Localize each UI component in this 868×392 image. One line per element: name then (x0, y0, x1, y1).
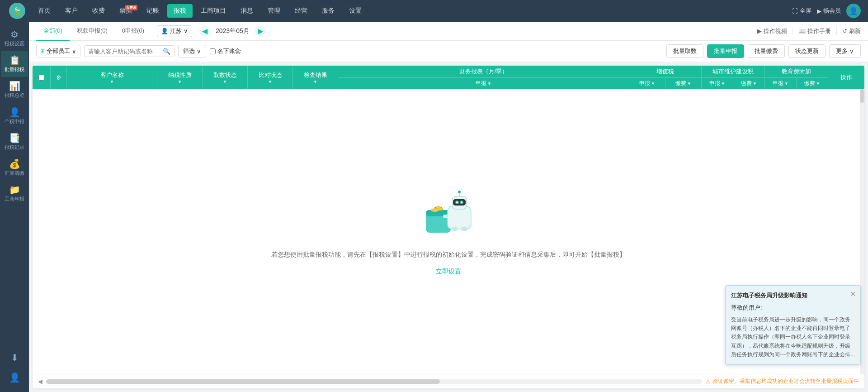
city-pay-cell: 缴费 ▼ (733, 78, 764, 89)
logo-icon: 🍃 (9, 3, 25, 19)
city-declare-filter-icon[interactable]: ▼ (721, 81, 726, 86)
checkbox-label[interactable]: 名下账套 (210, 47, 241, 55)
nav-accounting[interactable]: 记账 (140, 4, 165, 18)
horizontal-scrollbar[interactable] (46, 379, 702, 384)
sidebar-user-btn[interactable]: 👤 (1, 368, 28, 387)
batch-pay-btn[interactable]: 批量缴费 (748, 44, 785, 58)
notification-content: 受当前电子税务局进一步升级的影响，同一个政务网账号（办税人）名下的企业不能再同时… (731, 316, 855, 359)
tabs-right: ▶ 操作视频 📖 操作手册 ↺ 刷新 (757, 27, 861, 35)
nav-customer[interactable]: 客户 (59, 4, 84, 18)
select-all-checkbox[interactable] (38, 75, 44, 81)
batch-declare-btn[interactable]: 批量申报 (707, 44, 744, 58)
sidebar-bottom: ⬇ 👤 (1, 349, 28, 392)
personal-tax-icon: 👤 (9, 108, 20, 117)
vat-group-title: 增值税 (629, 66, 701, 78)
account-checkbox[interactable] (210, 48, 216, 54)
batch-tax-icon: 📋 (9, 56, 20, 65)
annual-report-icon: 📁 (9, 185, 20, 194)
fin-filter-icon[interactable]: ▼ (487, 81, 492, 86)
nav-settings[interactable]: 设置 (343, 4, 368, 18)
table-header: ⚙ 客户名称 ▼ 纳税性质 ▼ 取数状态 ▼ 比对状态 ▼ (33, 66, 864, 89)
name-filter-icon[interactable]: ▼ (110, 79, 114, 84)
operation-manual-btn[interactable]: 📖 操作手册 (798, 27, 831, 35)
sidebar-item-tax-settings[interactable]: ⚙ 报税设置 (1, 25, 28, 51)
sidebar-item-personal-tax[interactable]: 👤 个税申报 (1, 103, 28, 129)
header-checkbox[interactable] (33, 66, 51, 89)
batch-fetch-btn[interactable]: 批量取数 (666, 44, 703, 58)
fullscreen-btn[interactable]: ⛶ 全屏 (792, 7, 811, 15)
header-gear[interactable]: ⚙ (51, 66, 67, 89)
robot-illustration (421, 187, 476, 242)
sidebar: ⚙ 报税设置 📋 批量报税 📊 报税总览 👤 个税申报 📑 报税记录 💰 汇算清… (0, 22, 29, 392)
notification-close-btn[interactable]: ✕ (850, 288, 856, 300)
filter-button[interactable]: 筛选 ∨ (178, 45, 206, 57)
manual-icon: 📖 (798, 28, 806, 34)
notification-scrollbar[interactable] (856, 286, 860, 364)
nav-operation[interactable]: 经营 (288, 4, 314, 18)
month-display: 2023年05月 (216, 27, 250, 35)
status-update-btn[interactable]: 状态更新 (788, 44, 826, 58)
nav-manage[interactable]: 管理 (261, 4, 287, 18)
nav-fee[interactable]: 收费 (86, 4, 111, 18)
scroll-left-btn[interactable]: ◀ (38, 378, 42, 385)
tab-all[interactable]: 全部(0) (36, 22, 70, 41)
more-btn[interactable]: 更多 ∨ (829, 44, 861, 58)
nav-message[interactable]: 消息 (234, 4, 259, 18)
sidebar-item-tax-overview[interactable]: 📊 报税总览 (1, 77, 28, 103)
fullscreen-icon: ⛶ (792, 8, 798, 14)
sidebar-download-btn[interactable]: ⬇ (1, 349, 28, 367)
sidebar-item-settlement[interactable]: 💰 汇算清缴 (1, 155, 28, 181)
header-financial-group: 财务报表（月/季） 申报 ▼ (338, 66, 629, 89)
nav-service[interactable]: 服务 (316, 4, 341, 18)
check-filter-icon[interactable]: ▼ (313, 79, 318, 84)
vat-pay-filter-icon[interactable]: ▼ (687, 81, 692, 86)
province-person-icon: 👤 (161, 28, 168, 34)
horizontal-scrollbar-thumb (46, 379, 440, 384)
member-btn[interactable]: ▶ 畅会员 (817, 7, 841, 15)
financial-group-cells: 申报 ▼ (338, 78, 629, 89)
top-navigation: 🍃 首页 客户 收费 票据 NEW 记账 报税 工商项目 消息 管理 经营 服务… (0, 0, 868, 22)
month-next-btn[interactable]: ▶ (255, 26, 266, 37)
filter-bar: ⊞ 全部员工 ∨ 🔍 筛选 ∨ 名下账套 批量取数 批量申报 批量缴费 状态更新 (29, 41, 868, 62)
tax-record-icon: 📑 (9, 134, 20, 143)
nav-invoice[interactable]: 票据 NEW (113, 4, 138, 18)
logo[interactable]: 🍃 (7, 1, 27, 21)
vat-declare-filter-icon[interactable]: ▼ (651, 81, 656, 86)
nav-home[interactable]: 首页 (32, 4, 57, 18)
nav-right: ⛶ 全屏 ▶ 畅会员 👤 (792, 4, 861, 18)
sidebar-item-annual-report[interactable]: 📁 工商年报 (1, 181, 28, 206)
fetch-filter-icon[interactable]: ▼ (223, 79, 227, 84)
city-pay-filter-icon[interactable]: ▼ (753, 81, 757, 86)
settlement-icon: 💰 (9, 159, 20, 168)
sidebar-item-batch-tax[interactable]: 📋 批量报税 (1, 51, 28, 77)
refresh-icon: ↺ (842, 28, 847, 34)
sidebar-item-tax-record[interactable]: 📑 报税记录 (1, 129, 28, 155)
edu-pay-filter-icon[interactable]: ▼ (816, 81, 821, 86)
tabs-bar: 全部(0) 税款申报(0) 0申报(0) 👤 江苏 ∨ ◀ 2023年05月 ▶… (29, 22, 868, 41)
search-input[interactable] (88, 48, 161, 55)
tab-declare[interactable]: 税款申报(0) (70, 22, 115, 41)
search-button[interactable]: 🔍 (163, 48, 170, 55)
avatar[interactable]: 👤 (846, 4, 861, 18)
search-input-wrap: 🔍 (84, 45, 175, 57)
month-prev-btn[interactable]: ◀ (199, 26, 210, 37)
edu-declare-filter-icon[interactable]: ▼ (784, 81, 789, 86)
nav-business[interactable]: 工商项目 (194, 4, 232, 18)
empty-text: 若您想使用批量报税功能，请先在【报税设置】中进行报税的初始化设置，完成密码验证和… (271, 249, 626, 260)
month-nav: ◀ 2023年05月 ▶ (199, 26, 266, 37)
nav-tax[interactable]: 报税 (167, 4, 193, 18)
employee-select[interactable]: ⊞ 全部员工 ∨ (36, 45, 80, 57)
play-icon: ▶ (817, 8, 821, 14)
province-selector[interactable]: 👤 江苏 ∨ (157, 25, 192, 37)
vat-declare-cell: 申报 ▼ (629, 78, 665, 89)
refresh-btn[interactable]: ↺ 刷新 (842, 27, 861, 35)
compare-filter-icon[interactable]: ▼ (268, 79, 273, 84)
main-layout: ⚙ 报税设置 📋 批量报税 📊 报税总览 👤 个税申报 📑 报税记录 💰 汇算清… (0, 22, 868, 392)
tax-nature-filter-icon[interactable]: ▼ (178, 79, 182, 84)
tab-zero-declare[interactable]: 0申报(0) (115, 22, 151, 41)
setup-link[interactable]: 立即设置 (436, 268, 461, 276)
video-icon: ▶ (757, 28, 762, 34)
edu-group-cells: 申报 ▼ 缴费 ▼ (765, 78, 828, 89)
content-area: 全部(0) 税款申报(0) 0申报(0) 👤 江苏 ∨ ◀ 2023年05月 ▶… (29, 22, 868, 392)
operation-video-btn[interactable]: ▶ 操作视频 (757, 27, 787, 35)
